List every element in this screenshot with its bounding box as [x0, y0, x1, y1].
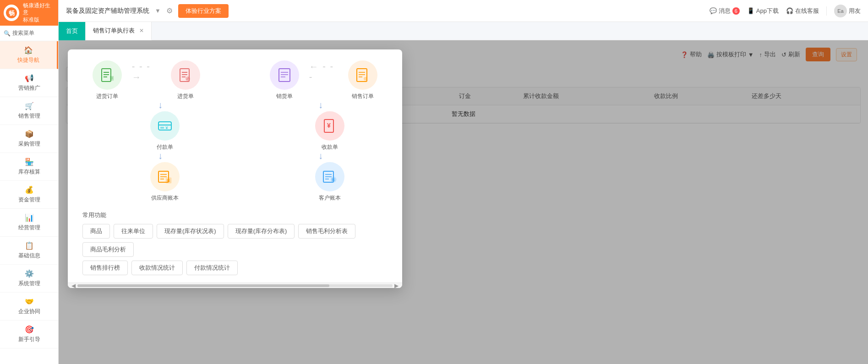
modal-body: → 进货订单 - - - →: [68, 49, 402, 283]
system-title: 装备及固定资产辅助管理系统: [66, 7, 149, 15]
svg-rect-25: [160, 127, 164, 129]
flow-item-payment-bill[interactable]: ¥ 付款单: [137, 111, 192, 151]
cf-btn-goods-margin[interactable]: 商品毛利分析: [82, 242, 134, 257]
marketing-icon: 📢: [25, 74, 34, 82]
sidebar-item-inventory[interactable]: 🏪 库存核算: [0, 153, 58, 181]
user-menu[interactable]: Ea 用友: [834, 5, 861, 17]
sidebar-item-sales[interactable]: 🛒 销售管理: [0, 97, 58, 125]
message-icon: 💬: [710, 7, 717, 14]
system-icon: ⚙️: [25, 269, 34, 278]
flow-item-receipt-bill[interactable]: ¥ 收款单: [302, 111, 357, 151]
cf-btn-partner[interactable]: 往来单位: [114, 224, 153, 239]
topbar-right: 💬 消息 6 📱 App下载 🎧 在线客服 Ea 用友: [710, 5, 861, 17]
svg-text:畅: 畅: [9, 10, 15, 16]
flow-row-1: → 进货订单 - - - →: [82, 60, 388, 100]
sales-bill-circle: [270, 60, 299, 90]
flow-item-customer-account[interactable]: 账 客户账本: [302, 162, 357, 202]
message-badge: 6: [732, 7, 740, 15]
download-icon: 📱: [747, 7, 754, 14]
home-icon: 🏠: [24, 46, 33, 54]
avatar: Ea: [834, 5, 847, 17]
finance-icon: 💰: [25, 185, 34, 194]
sidebar-item-collab[interactable]: 🤝 企业协同: [0, 293, 58, 321]
cf-btn-sales-rank[interactable]: 销售排行榜: [82, 261, 128, 275]
sidebar-item-system[interactable]: ⚙️ 系统管理: [0, 265, 58, 293]
logo-icon: 畅: [4, 5, 19, 21]
arrow-po-to-pb: - - - →: [132, 61, 161, 100]
cf-btn-receipt-stats[interactable]: 收款情况统计: [131, 261, 183, 275]
modal: → 进货订单 - - - →: [68, 49, 402, 288]
operations-icon: 📊: [25, 213, 34, 222]
supplier-account-circle: 账: [150, 162, 180, 191]
sidebar-item-operations[interactable]: 📊 经营管理: [0, 209, 58, 237]
svg-rect-14: [279, 69, 290, 81]
payment-bill-label: 付款单: [157, 143, 173, 151]
svg-text:账: 账: [332, 178, 335, 182]
online-service-btn[interactable]: 🎧 在线客服: [786, 7, 819, 15]
cf-btn-stock-status[interactable]: 现存量(库存状况表): [157, 224, 224, 239]
search-icon: 🔍: [4, 30, 11, 37]
cf-btn-sales-margin[interactable]: 销售毛利分析表: [298, 224, 355, 239]
flow-row-arrows: ↓ ↓: [82, 100, 388, 109]
cf-btn-stock-dist[interactable]: 现存量(库存分布表): [228, 224, 295, 239]
tabbar: 首页 销售订单执行表 ✕: [59, 22, 868, 40]
sidebar-search[interactable]: 🔍 搜索菜单: [0, 26, 58, 41]
svg-rect-23: [158, 122, 171, 130]
flow-row-2: ¥ 付款单: [82, 111, 388, 151]
flow-row-3: 账 供应商账本: [82, 162, 388, 202]
sidebar-item-marketing[interactable]: 📢 营销推广: [0, 69, 58, 97]
sales-order-tab-label: 销售订单执行表: [93, 27, 135, 35]
content-area: ❓ 帮助 🖨️ 按模板打印 ▼ ↑ 导出 ↺ 刷新: [59, 40, 868, 364]
cf-btn-payment-stats[interactable]: 付款情况统计: [186, 261, 238, 275]
scroll-area: ◀ ▶: [68, 283, 402, 288]
purchase-bill-label: 进货单: [177, 92, 194, 100]
sidebar-item-purchase[interactable]: 📦 采购管理: [0, 125, 58, 153]
flow-item-purchase-bill[interactable]: ✓ 进货单: [161, 60, 210, 100]
svg-text:→: →: [109, 76, 114, 80]
sidebar: 畅 畅康通好生意 标准版 🔍 搜索菜单 🏠 快捷导航 📢 营销推广 🛒: [0, 0, 59, 364]
sidebar-item-guide[interactable]: 🎯 新手引导: [0, 321, 58, 348]
purchase-order-circle: →: [93, 60, 122, 90]
app-download-btn[interactable]: 📱 App下载: [747, 7, 779, 15]
service-icon: 🎧: [786, 7, 793, 14]
settings-icon[interactable]: ⚙: [166, 6, 173, 15]
sales-icon: 🛒: [25, 102, 34, 110]
scroll-track[interactable]: [77, 284, 393, 287]
sidebar-nav: 🏠 快捷导航 📢 营销推广 🛒 销售管理 📦 采购管理 🏪 库存核算 💰: [0, 41, 58, 364]
svg-text:账: 账: [167, 179, 170, 183]
flow-item-sales-bill[interactable]: 销货单: [260, 60, 309, 100]
flow-item-supplier-account[interactable]: 账 供应商账本: [137, 162, 192, 202]
payment-bill-circle: ¥: [150, 111, 180, 141]
sales-order-label: 销售订单: [352, 92, 374, 100]
flow-item-purchase-order[interactable]: → 进货订单: [82, 60, 132, 100]
main-content: 装备及固定资产辅助管理系统 ▼ ⚙ 体验行业方案 💬 消息 6 📱 App下载 …: [59, 0, 868, 364]
sidebar-item-finance[interactable]: 💰 资金管理: [0, 181, 58, 209]
sidebar-item-quick-nav[interactable]: 🏠 快捷导航: [0, 41, 58, 69]
cf-btn-goods[interactable]: 商品: [82, 224, 110, 239]
inventory-icon: 🏪: [25, 158, 34, 166]
scroll-thumb: [77, 284, 329, 287]
svg-text:¥: ¥: [327, 122, 331, 129]
supplier-account-label: 供应商账本: [151, 194, 179, 202]
topbar-divider: [826, 6, 827, 16]
flow-row-arrows2: ↓ ↓: [82, 151, 388, 160]
common-functions: 常用功能 商品 往来单位 现存量(库存状况表) 现存量(库存分布表) 销售毛利分…: [82, 211, 388, 275]
receipt-bill-circle: ¥: [315, 111, 344, 141]
message-btn[interactable]: 💬 消息 6: [710, 7, 740, 15]
tab-sales-order[interactable]: 销售订单执行表 ✕: [86, 22, 152, 40]
purchase-order-label: 进货订单: [96, 92, 118, 100]
tab-home[interactable]: 首页: [59, 22, 86, 40]
scroll-right-arrow[interactable]: ▶: [393, 283, 400, 288]
scroll-left-arrow[interactable]: ◀: [70, 283, 77, 288]
logo-text: 畅康通好生意 标准版: [23, 2, 55, 24]
trial-btn[interactable]: 体验行业方案: [178, 4, 229, 18]
arrow-so-to-sb: ← - - -: [309, 61, 338, 100]
svg-text:¥: ¥: [165, 125, 168, 130]
flow-item-sales-order[interactable]: 销售订单: [338, 60, 388, 100]
tab-close-icon[interactable]: ✕: [139, 27, 144, 34]
svg-text:✓: ✓: [186, 76, 190, 81]
sidebar-logo: 畅 畅康通好生意 标准版: [0, 0, 58, 26]
dropdown-arrow-icon[interactable]: ▼: [155, 7, 161, 14]
sidebar-item-basic-info[interactable]: 📋 基础信息: [0, 237, 58, 265]
common-functions-title: 常用功能: [82, 211, 388, 219]
